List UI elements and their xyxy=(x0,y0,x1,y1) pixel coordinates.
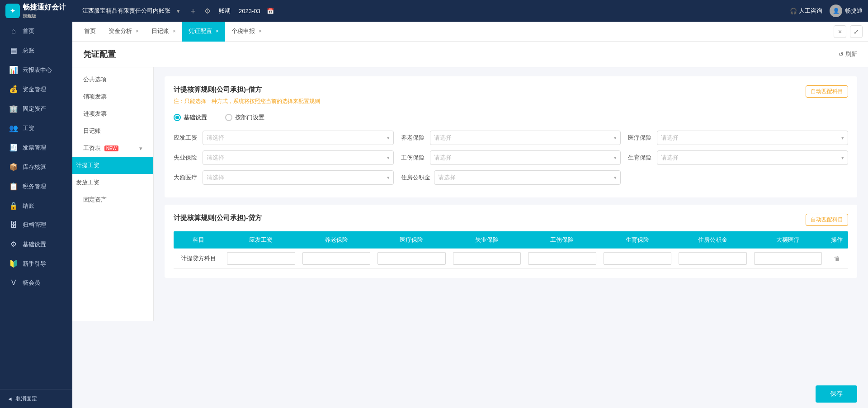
select-yingfa[interactable]: 请选择 ▾ xyxy=(203,131,394,145)
select-gongshang[interactable]: 请选择 ▾ xyxy=(430,150,621,165)
field-shiye: 失业保险 请选择 ▾ xyxy=(174,150,394,165)
radio-basic-dot xyxy=(174,114,181,121)
add-tab-button[interactable]: ＋ xyxy=(189,5,197,16)
sidebar-item-inventory[interactable]: 📦 库存核算 xyxy=(0,157,72,177)
radio-basic-label: 基础设置 xyxy=(184,113,207,122)
close-all-tabs-button[interactable]: × xyxy=(834,25,846,38)
input-daeyiliao[interactable] xyxy=(754,252,822,265)
radio-dept-label: 按部门设置 xyxy=(235,113,264,122)
credit-section-title: 计提核算规则(公司承担)-贷方 xyxy=(174,214,262,222)
sidebar-item-close[interactable]: 🔒 结账 xyxy=(0,196,72,216)
left-nav-calc-salary[interactable]: 计提工资 xyxy=(72,157,153,174)
sidebar-label-basic: 基础设置 xyxy=(23,240,46,249)
radio-basic[interactable]: 基础设置 xyxy=(174,113,207,122)
td-daeyiliao xyxy=(750,249,826,268)
sidebar-item-reports[interactable]: 📊 云报表中心 xyxy=(0,60,72,80)
select-gongshang-placeholder: 请选择 xyxy=(434,154,452,162)
sidebar-item-basic[interactable]: ⚙ 基础设置 xyxy=(0,234,72,254)
cancel-pin-button[interactable]: ◄ 取消固定 xyxy=(0,389,72,408)
cancel-pin-label: 取消固定 xyxy=(15,395,37,403)
tab-tax[interactable]: 个税申报 × xyxy=(225,22,268,42)
tab-tax-close[interactable]: × xyxy=(259,28,262,34)
select-gjj-placeholder: 请选择 xyxy=(438,174,456,182)
topbar: ✦ 畅捷通好会计 旗舰版 江西服宝精品有限责任公司内账张 ▾ ＋ ⚙ 账期 20… xyxy=(0,0,868,22)
sidebar-item-tax[interactable]: 📋 税务管理 xyxy=(0,177,72,196)
input-yanglao[interactable] xyxy=(302,252,371,265)
page-content: 凭证配置 ↺ 刷新 公共选项 销项发票 进项发票 日记账 工资表 NEW ▾ xyxy=(72,42,868,408)
th-yanglao: 养老保险 xyxy=(299,231,374,249)
input-gongshang[interactable] xyxy=(528,252,596,265)
credit-auto-match-button[interactable]: 自动匹配科目 xyxy=(806,214,848,226)
sidebar-label-capital: 资金管理 xyxy=(23,85,46,94)
expand-button[interactable]: ⤢ xyxy=(850,25,863,38)
tab-journal[interactable]: 日记账 × xyxy=(145,22,182,42)
tab-voucher[interactable]: 凭证配置 × xyxy=(182,22,225,42)
left-nav-fixed-assets[interactable]: 固定资产 xyxy=(72,191,153,208)
new-badge: NEW xyxy=(104,145,118,151)
left-nav-journal[interactable]: 日记账 xyxy=(72,122,153,140)
tab-capital[interactable]: 资金分析 × xyxy=(102,22,145,42)
label-yanglao: 养老保险 xyxy=(401,134,426,142)
tab-voucher-close[interactable]: × xyxy=(216,28,219,34)
sidebar-item-vip[interactable]: V 畅会员 xyxy=(0,273,72,292)
select-gjj-arrow: ▾ xyxy=(614,175,617,181)
sidebar-item-guide[interactable]: 🔰 新手引导 xyxy=(0,254,72,273)
tab-journal-close[interactable]: × xyxy=(173,28,176,34)
left-nav-public[interactable]: 公共选项 xyxy=(72,71,153,88)
period-value: 2023-03 xyxy=(239,8,260,14)
credit-section: 计提核算规则(公司承担)-贷方 自动匹配科目 科目 应发工资 养老保险 医疗保险… xyxy=(165,205,857,278)
th-yingfa: 应发工资 xyxy=(223,231,299,249)
sidebar-item-assets[interactable]: 🏢 固定资产 xyxy=(0,99,72,118)
th-subject: 科目 xyxy=(174,231,223,249)
ledger-icon: ▤ xyxy=(9,46,18,55)
input-shengyu[interactable] xyxy=(604,252,672,265)
avatar: 👤 xyxy=(830,5,842,17)
select-gjj[interactable]: 请选择 ▾ xyxy=(434,170,621,185)
sidebar-item-ledger[interactable]: ▤ 总账 xyxy=(0,41,72,60)
select-shengyu[interactable]: 请选择 ▾ xyxy=(657,150,848,165)
sidebar-item-invoice[interactable]: 🧾 发票管理 xyxy=(0,138,72,157)
sidebar-item-archive[interactable]: 🗄 归档管理 xyxy=(0,216,72,234)
select-shiye[interactable]: 请选择 ▾ xyxy=(203,150,394,165)
radio-group: 基础设置 按部门设置 xyxy=(174,113,848,122)
radio-dept[interactable]: 按部门设置 xyxy=(225,113,264,122)
input-gjj[interactable] xyxy=(679,252,747,265)
service-label: 人工咨询 xyxy=(799,7,822,15)
calendar-icon[interactable]: 📅 xyxy=(267,8,274,14)
debit-section-title: 计提核算规则(公司承担)-借方 xyxy=(174,85,320,94)
sidebar-item-salary[interactable]: 👥 工资 xyxy=(0,118,72,138)
content-body: 公共选项 销项发票 进项发票 日记账 工资表 NEW ▾ 计提工资 发放工资 固… xyxy=(72,67,868,321)
input-yiliao[interactable] xyxy=(377,252,446,265)
select-daeyiliao-arrow: ▾ xyxy=(387,175,390,181)
select-yanglao[interactable]: 请选择 ▾ xyxy=(430,131,621,145)
tab-capital-close[interactable]: × xyxy=(136,28,139,34)
debit-auto-match-button[interactable]: 自动匹配科目 xyxy=(806,85,848,98)
salary-table-arrow: ▾ xyxy=(139,145,142,152)
left-nav-pay-salary[interactable]: 发放工资 xyxy=(72,174,153,191)
sidebar-item-capital[interactable]: 💰 资金管理 xyxy=(0,80,72,99)
refresh-label: 刷新 xyxy=(845,50,857,58)
input-shiye[interactable] xyxy=(453,252,521,265)
company-dropdown-icon[interactable]: ▾ xyxy=(177,8,180,14)
settings-icon[interactable]: ⚙ xyxy=(204,7,211,15)
tax-icon: 📋 xyxy=(9,182,18,191)
select-daeyiliao[interactable]: 请选择 ▾ xyxy=(203,170,394,185)
service-button[interactable]: 🎧 人工咨询 xyxy=(790,7,822,15)
logo-text-block: 畅捷通好会计 旗舰版 xyxy=(23,3,66,19)
sidebar-label-vip: 畅会员 xyxy=(23,279,40,287)
save-button[interactable]: 保存 xyxy=(816,385,857,403)
sidebar-item-home[interactable]: ⌂ 首页 xyxy=(0,22,72,41)
basic-icon: ⚙ xyxy=(9,240,18,249)
refresh-button[interactable]: ↺ 刷新 xyxy=(839,50,857,58)
user-menu[interactable]: 👤 畅捷通 xyxy=(830,5,863,17)
select-yiliao[interactable]: 请选择 ▾ xyxy=(657,131,848,145)
left-nav-sales[interactable]: 销项发票 xyxy=(72,88,153,105)
field-daeyiliao: 大额医疗 请选择 ▾ xyxy=(174,170,394,185)
left-nav-purchase[interactable]: 进项发票 xyxy=(72,105,153,122)
credit-table-header: 科目 应发工资 养老保险 医疗保险 失业保险 工伤保险 生育保险 住房公积金 大… xyxy=(174,231,848,249)
left-nav-salary-table[interactable]: 工资表 NEW ▾ xyxy=(72,140,153,157)
tab-home[interactable]: 首页 xyxy=(78,22,102,42)
td-subject-label: 计提贷方科目 xyxy=(174,251,223,266)
input-yingfa[interactable] xyxy=(227,252,295,265)
delete-icon[interactable]: 🗑 xyxy=(834,255,840,262)
